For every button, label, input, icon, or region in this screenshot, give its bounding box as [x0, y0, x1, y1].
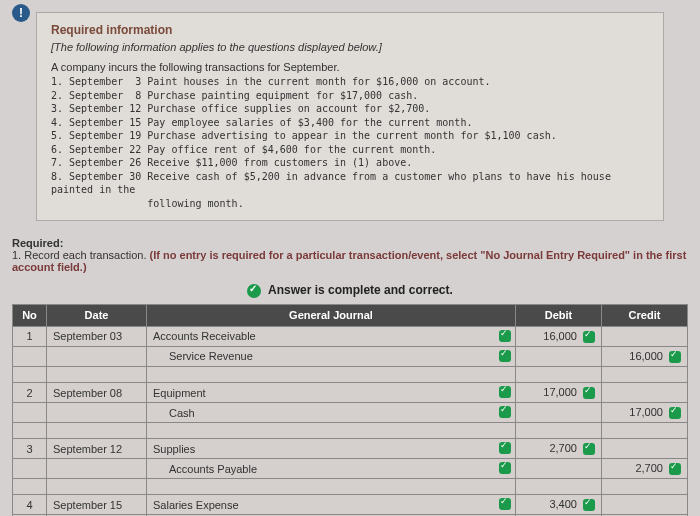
table-row: 2September 08Equipment17,000	[13, 383, 688, 403]
col-debit: Debit	[516, 304, 602, 326]
required-head: Required:	[12, 237, 688, 249]
info-note: [The following information applies to th…	[51, 41, 649, 53]
required-block: Required: 1. Record each transaction. (I…	[12, 237, 688, 273]
cell-debit[interactable]	[516, 346, 602, 366]
check-icon	[499, 498, 511, 510]
check-icon	[499, 406, 511, 418]
cell-date: September 15	[47, 495, 147, 515]
table-row	[13, 423, 688, 439]
cell-credit[interactable]	[602, 326, 688, 346]
cell-debit[interactable]: 3,400	[516, 495, 602, 515]
table-row: Service Revenue16,000	[13, 346, 688, 366]
table-row: 1September 03Accounts Receivable16,000	[13, 326, 688, 346]
cell-no	[13, 346, 47, 366]
table-row: Accounts Payable2,700	[13, 459, 688, 479]
check-icon	[499, 442, 511, 454]
check-icon	[669, 351, 681, 363]
cell-no: 1	[13, 326, 47, 346]
check-icon	[499, 386, 511, 398]
general-journal-table: No Date General Journal Debit Credit 1Se…	[12, 304, 688, 516]
cell-date: September 08	[47, 383, 147, 403]
col-date: Date	[47, 304, 147, 326]
cell-date	[47, 346, 147, 366]
transaction-list: 1. September 3 Paint houses in the curre…	[51, 75, 649, 210]
table-row	[13, 479, 688, 495]
cell-credit[interactable]	[602, 439, 688, 459]
check-icon	[669, 463, 681, 475]
cell-account[interactable]: Equipment	[147, 383, 516, 403]
table-row: Cash17,000	[13, 403, 688, 423]
cell-no	[13, 403, 47, 423]
check-icon	[669, 407, 681, 419]
answer-banner: Answer is complete and correct.	[0, 283, 700, 298]
cell-account[interactable]: Accounts Payable	[147, 459, 516, 479]
check-icon	[247, 284, 261, 298]
cell-date: September 03	[47, 326, 147, 346]
cell-credit[interactable]: 2,700	[602, 459, 688, 479]
check-icon	[499, 350, 511, 362]
table-row: 4September 15Salaries Expense3,400	[13, 495, 688, 515]
cell-debit[interactable]: 16,000	[516, 326, 602, 346]
cell-no: 3	[13, 439, 47, 459]
cell-debit[interactable]: 17,000	[516, 383, 602, 403]
table-body: 1September 03Accounts Receivable16,000 S…	[13, 326, 688, 516]
table-header-row: No Date General Journal Debit Credit	[13, 304, 688, 326]
cell-account[interactable]: Supplies	[147, 439, 516, 459]
alert-icon	[12, 4, 30, 22]
cell-account[interactable]: Accounts Receivable	[147, 326, 516, 346]
banner-text: Answer is complete and correct.	[268, 283, 453, 297]
col-gj: General Journal	[147, 304, 516, 326]
check-icon	[583, 387, 595, 399]
info-title: Required information	[51, 23, 649, 37]
check-icon	[499, 462, 511, 474]
check-icon	[499, 330, 511, 342]
cell-credit[interactable]: 17,000	[602, 403, 688, 423]
cell-account[interactable]: Salaries Expense	[147, 495, 516, 515]
cell-no: 2	[13, 383, 47, 403]
col-credit: Credit	[602, 304, 688, 326]
cell-debit[interactable]	[516, 403, 602, 423]
cell-credit[interactable]	[602, 383, 688, 403]
cell-debit[interactable]	[516, 459, 602, 479]
cell-credit[interactable]: 16,000	[602, 346, 688, 366]
required-info-box: Required information [The following info…	[36, 12, 664, 221]
req-line-a: 1. Record each transaction.	[12, 249, 150, 261]
info-desc: A company incurs the following transacti…	[51, 61, 649, 73]
cell-debit[interactable]: 2,700	[516, 439, 602, 459]
table-row	[13, 367, 688, 383]
cell-no: 4	[13, 495, 47, 515]
cell-account[interactable]: Service Revenue	[147, 346, 516, 366]
cell-account[interactable]: Cash	[147, 403, 516, 423]
required-text: 1. Record each transaction. (If no entry…	[12, 249, 688, 273]
cell-date: September 12	[47, 439, 147, 459]
cell-credit[interactable]	[602, 495, 688, 515]
table-row: 3September 12Supplies2,700	[13, 439, 688, 459]
check-icon	[583, 331, 595, 343]
check-icon	[583, 443, 595, 455]
cell-date	[47, 459, 147, 479]
col-no: No	[13, 304, 47, 326]
cell-date	[47, 403, 147, 423]
cell-no	[13, 459, 47, 479]
check-icon	[583, 499, 595, 511]
